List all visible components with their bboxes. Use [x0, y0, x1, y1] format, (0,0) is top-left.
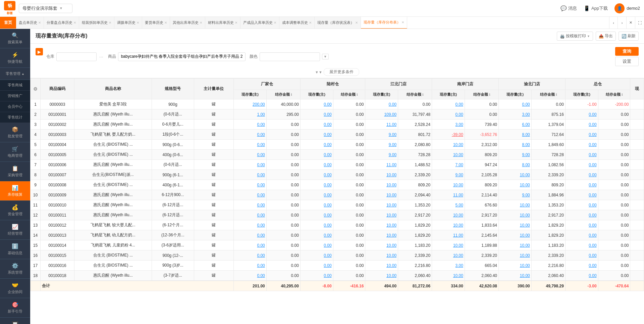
- cell-na-stock[interactable]: 0.00: [432, 99, 465, 109]
- cell-total-stock[interactable]: 0.00: [565, 180, 598, 190]
- cell-factory-stock[interactable]: 0.00: [233, 160, 266, 170]
- sidebar-item-apps[interactable]: 🔲 应用中心: [0, 318, 30, 324]
- tab-5[interactable]: 要货单历史 ✕: [142, 17, 170, 29]
- cell-jb-stock[interactable]: 10.00: [365, 180, 398, 190]
- cell-total-stock[interactable]: 0.00: [565, 271, 598, 281]
- close-icon[interactable]: ✕: [109, 21, 111, 25]
- sidebar-item-finance[interactable]: 💰 资金管理: [0, 201, 30, 220]
- ellipsis-btn[interactable]: ···: [99, 54, 104, 59]
- cell-factory-stock[interactable]: 1.00: [233, 109, 266, 120]
- cell-jb-stock[interactable]: 10.00: [365, 240, 398, 250]
- cell-jb-stock[interactable]: 10.00: [365, 190, 398, 200]
- tab-2[interactable]: 分量盘点单历史 ✕: [44, 17, 79, 29]
- cell-yb-stock[interactable]: 10.00: [499, 220, 532, 230]
- tab-7[interactable]: 材料出库单历史 ✕: [205, 17, 240, 29]
- close-icon[interactable]: ✕: [235, 21, 237, 25]
- cell-lucun-stock[interactable]: 0.00: [300, 240, 333, 250]
- cell-factory-stock[interactable]: 0.00: [233, 190, 266, 200]
- cell-factory-stock[interactable]: 0.00: [233, 271, 266, 281]
- cell-jb-stock[interactable]: 10.00: [365, 250, 398, 261]
- sidebar-item-retail[interactable]: 零售管理 ▲: [0, 68, 30, 80]
- cell-na-stock[interactable]: 9.00: [432, 170, 465, 180]
- sidebar-item-management[interactable]: 📈 经营管理: [0, 220, 30, 240]
- cell-lucun-stock[interactable]: 0.00: [300, 99, 333, 109]
- cell-jb-stock[interactable]: 10.00: [365, 210, 398, 220]
- cell-na-stock[interactable]: 10.00: [432, 150, 465, 160]
- cell-factory-stock[interactable]: 0.00: [233, 180, 266, 190]
- cell-factory-stock[interactable]: 0.00: [233, 130, 266, 140]
- cell-lucun-stock[interactable]: 0.00: [300, 140, 333, 150]
- cell-yb-stock[interactable]: 10.00: [499, 170, 532, 180]
- cell-yb-stock[interactable]: 10.00: [499, 200, 532, 210]
- color-input[interactable]: [260, 52, 320, 61]
- cell-yb-stock[interactable]: 10.00: [499, 230, 532, 240]
- app-download-btn[interactable]: 📱 App下载: [584, 5, 608, 11]
- sidebar-sub-item-stats[interactable]: 零售统计: [0, 112, 30, 123]
- warehouse-input[interactable]: [56, 52, 97, 61]
- cell-lucun-stock[interactable]: 0.00: [300, 261, 333, 271]
- print-btn[interactable]: 🖨️ 按模板打印 ▼: [557, 32, 593, 41]
- tab-home[interactable]: 首页: [0, 17, 16, 29]
- sidebar-item-search[interactable]: 🔍 搜索英单: [0, 29, 30, 48]
- cell-lucun-stock[interactable]: 0.00: [300, 130, 333, 140]
- cell-yb-stock[interactable]: 3.00: [499, 109, 532, 120]
- cell-jb-stock[interactable]: 9.00: [365, 130, 398, 140]
- refresh-btn[interactable]: 🔄 刷新: [619, 32, 639, 41]
- cell-na-stock[interactable]: 11.00: [432, 230, 465, 240]
- cell-na-stock[interactable]: 3.00: [432, 120, 465, 130]
- close-icon[interactable]: ✕: [137, 21, 139, 25]
- sidebar-item-purchase[interactable]: 📋 采购管理: [0, 162, 30, 181]
- cell-na-stock[interactable]: 5.00: [432, 200, 465, 210]
- cell-jb-stock[interactable]: 9.00: [365, 150, 398, 160]
- cell-jb-stock[interactable]: 109.00: [365, 109, 398, 120]
- sidebar-item-system[interactable]: ⚙️ 系统管理: [0, 259, 30, 279]
- cell-jb-stock[interactable]: 11.00: [365, 160, 398, 170]
- expand-conditions-btn[interactable]: ▼▼ 展开更多条件: [315, 68, 359, 76]
- cell-total-stock[interactable]: 0.00: [565, 140, 598, 150]
- cell-na-stock[interactable]: 10.00: [432, 180, 465, 190]
- cell-factory-stock[interactable]: 0.00: [233, 170, 266, 180]
- cell-yb-stock[interactable]: 8.00: [499, 130, 532, 140]
- sidebar-sub-item-mall[interactable]: 零售商城: [0, 80, 30, 91]
- cell-yb-stock[interactable]: 6.00: [499, 120, 532, 130]
- cell-na-stock[interactable]: 10.00: [432, 140, 465, 150]
- sidebar-item-basics[interactable]: ℹ️ 基础信息: [0, 240, 30, 259]
- cell-total-stock[interactable]: 0.00: [565, 150, 598, 160]
- cell-jb-stock[interactable]: 10.00: [365, 220, 398, 230]
- close-icon[interactable]: ✕: [200, 21, 202, 25]
- cell-jb-stock[interactable]: 10.00: [365, 261, 398, 271]
- cell-yb-stock[interactable]: 10.00: [499, 271, 532, 281]
- sidebar-item-ecommerce[interactable]: 🛒 电商管理: [0, 142, 30, 162]
- cell-jb-stock[interactable]: 10.00: [365, 170, 398, 180]
- cell-total-stock[interactable]: 0.00: [565, 130, 598, 140]
- cell-total-stock[interactable]: 0.00: [565, 230, 598, 240]
- cell-na-stock[interactable]: 7.00: [432, 160, 465, 170]
- cell-lucun-stock[interactable]: 0.00: [300, 271, 333, 281]
- cell-total-stock[interactable]: 0.00: [565, 109, 598, 120]
- cell-yb-stock[interactable]: 8.00: [499, 140, 532, 150]
- col-settings[interactable]: ⚙: [31, 79, 41, 99]
- cell-factory-stock[interactable]: 200.00: [233, 99, 266, 109]
- cell-total-stock[interactable]: 0.00: [565, 170, 598, 180]
- cell-factory-stock[interactable]: 0.00: [233, 120, 266, 130]
- cell-na-stock[interactable]: 10.00: [432, 220, 465, 230]
- sidebar-item-inventory[interactable]: 📊 库存核算: [0, 181, 30, 201]
- cell-yb-stock[interactable]: 10.00: [499, 261, 532, 271]
- message-btn[interactable]: 💬 消息: [560, 5, 577, 11]
- tab-prev-btn[interactable]: ‹: [609, 17, 618, 29]
- cell-lucun-stock[interactable]: 0.00: [300, 230, 333, 240]
- cell-na-stock[interactable]: 0.00: [432, 109, 465, 120]
- cell-factory-stock[interactable]: 0.00: [233, 200, 266, 210]
- cell-na-stock[interactable]: 10.00: [432, 210, 465, 220]
- tab-next-btn[interactable]: ›: [618, 17, 627, 29]
- tab-expand-btn[interactable]: ⛶: [635, 17, 644, 29]
- cell-factory-stock[interactable]: 0.00: [233, 261, 266, 271]
- close-icon[interactable]: ✕: [38, 21, 41, 25]
- tab-6[interactable]: 其他出库单历史 ✕: [170, 17, 205, 29]
- cell-lucun-stock[interactable]: 0.00: [300, 200, 333, 210]
- cell-lucun-stock[interactable]: 0.00: [300, 180, 333, 190]
- cell-yb-stock[interactable]: 9.00: [499, 190, 532, 200]
- cell-na-stock[interactable]: 11.00: [432, 190, 465, 200]
- cell-factory-stock[interactable]: 0.00: [233, 220, 266, 230]
- cell-lucun-stock[interactable]: 0.00: [300, 220, 333, 230]
